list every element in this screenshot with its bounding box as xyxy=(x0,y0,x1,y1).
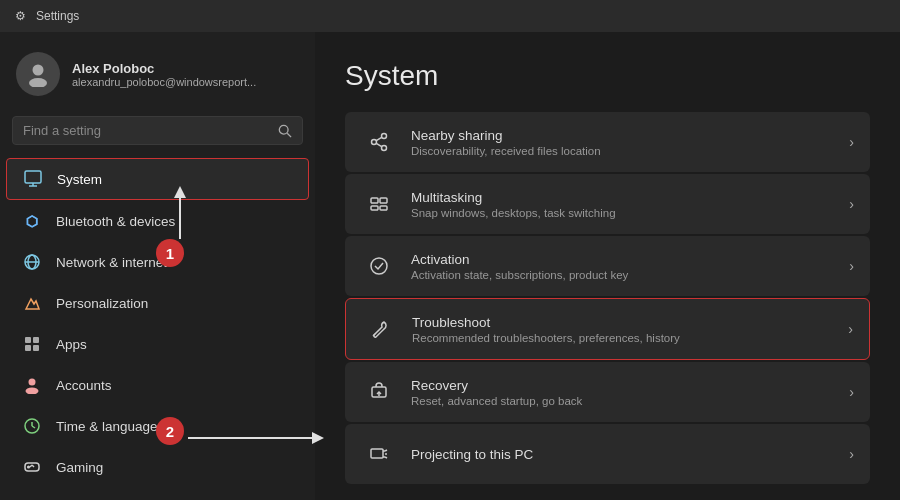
projecting-icon xyxy=(361,436,397,472)
settings-list: Nearby sharingDiscoverability, received … xyxy=(345,112,870,484)
svg-rect-30 xyxy=(380,198,387,203)
accounts-nav-label: Accounts xyxy=(56,378,112,393)
svg-rect-12 xyxy=(33,337,39,343)
projecting-title: Projecting to this PC xyxy=(411,447,849,462)
svg-point-1 xyxy=(29,78,47,87)
recovery-text: RecoveryReset, advanced startup, go back xyxy=(411,378,849,407)
svg-line-34 xyxy=(373,334,375,336)
nearby-sharing-title: Nearby sharing xyxy=(411,128,849,143)
user-email: alexandru_poloboc@windowsreport... xyxy=(72,76,256,88)
bluetooth-nav-icon: ⬡ xyxy=(22,211,42,231)
nearby-sharing-text: Nearby sharingDiscoverability, received … xyxy=(411,128,849,157)
sidebar-item-system[interactable]: System xyxy=(6,158,309,200)
gaming-nav-icon xyxy=(22,457,42,477)
setting-item-activation[interactable]: ActivationActivation state, subscription… xyxy=(345,236,870,296)
setting-item-troubleshoot[interactable]: TroubleshootRecommended troubleshooters,… xyxy=(345,298,870,360)
sidebar-item-time[interactable]: Time & language xyxy=(6,406,309,446)
projecting-chevron-icon: › xyxy=(849,446,854,462)
troubleshoot-chevron-icon: › xyxy=(848,321,853,337)
svg-line-19 xyxy=(32,426,35,428)
content-area: System Nearby sharingDiscoverability, re… xyxy=(315,32,900,500)
activation-description: Activation state, subscriptions, product… xyxy=(411,269,849,281)
main-layout: Alex Poloboc alexandru_poloboc@windowsre… xyxy=(0,32,900,500)
activation-chevron-icon: › xyxy=(849,258,854,274)
troubleshoot-text: TroubleshootRecommended troubleshooters,… xyxy=(412,315,848,344)
svg-point-25 xyxy=(382,146,387,151)
recovery-chevron-icon: › xyxy=(849,384,854,400)
setting-item-recovery[interactable]: RecoveryReset, advanced startup, go back… xyxy=(345,362,870,422)
multitasking-description: Snap windows, desktops, task switching xyxy=(411,207,849,219)
page-title: System xyxy=(345,60,870,92)
personalization-nav-label: Personalization xyxy=(56,296,148,311)
setting-item-multitasking[interactable]: MultitaskingSnap windows, desktops, task… xyxy=(345,174,870,234)
apps-nav-icon xyxy=(22,334,42,354)
system-nav-label: System xyxy=(57,172,102,187)
svg-rect-14 xyxy=(33,345,39,351)
accounts-nav-icon xyxy=(22,375,42,395)
svg-point-15 xyxy=(29,379,36,386)
activation-icon xyxy=(361,248,397,284)
search-icon xyxy=(278,124,292,138)
search-bar[interactable] xyxy=(12,116,303,145)
svg-point-0 xyxy=(33,65,44,76)
svg-point-2 xyxy=(279,125,288,134)
troubleshoot-description: Recommended troubleshooters, preferences… xyxy=(412,332,848,344)
recovery-icon xyxy=(361,374,397,410)
multitasking-chevron-icon: › xyxy=(849,196,854,212)
apps-nav-label: Apps xyxy=(56,337,87,352)
sidebar-item-apps[interactable]: Apps xyxy=(6,324,309,364)
svg-rect-13 xyxy=(25,345,31,351)
svg-point-24 xyxy=(382,134,387,139)
time-nav-label: Time & language xyxy=(56,419,158,434)
svg-rect-31 xyxy=(371,206,378,210)
svg-line-21 xyxy=(30,465,32,467)
troubleshoot-icon xyxy=(362,311,398,347)
svg-line-22 xyxy=(32,465,34,467)
svg-line-28 xyxy=(376,143,381,146)
svg-rect-32 xyxy=(380,206,387,210)
bluetooth-nav-label: Bluetooth & devices xyxy=(56,214,175,229)
sidebar-item-bluetooth[interactable]: ⬡ Bluetooth & devices xyxy=(6,201,309,241)
svg-rect-37 xyxy=(371,449,383,458)
sidebar-item-personalization[interactable]: Personalization xyxy=(6,283,309,323)
sidebar-item-network[interactable]: Network & internet xyxy=(6,242,309,282)
network-nav-label: Network & internet xyxy=(56,255,167,270)
svg-rect-29 xyxy=(371,198,378,203)
svg-point-16 xyxy=(26,388,39,395)
search-input[interactable] xyxy=(23,123,270,138)
svg-line-38 xyxy=(385,450,387,451)
nav-items: System ⬡ Bluetooth & devices Network & i… xyxy=(0,157,315,488)
nearby-sharing-chevron-icon: › xyxy=(849,134,854,150)
user-profile[interactable]: Alex Poloboc alexandru_poloboc@windowsre… xyxy=(0,32,315,112)
title-bar-label: Settings xyxy=(36,9,79,23)
avatar xyxy=(16,52,60,96)
svg-line-40 xyxy=(385,457,387,458)
setting-item-projecting[interactable]: Projecting to this PC› xyxy=(345,424,870,484)
sidebar-item-gaming[interactable]: Gaming xyxy=(6,447,309,487)
title-bar: ⚙ Settings xyxy=(0,0,900,32)
time-nav-icon xyxy=(22,416,42,436)
personalization-nav-icon xyxy=(22,293,42,313)
activation-title: Activation xyxy=(411,252,849,267)
nearby-sharing-icon xyxy=(361,124,397,160)
recovery-title: Recovery xyxy=(411,378,849,393)
network-nav-icon xyxy=(22,252,42,272)
user-name: Alex Poloboc xyxy=(72,61,256,76)
svg-rect-11 xyxy=(25,337,31,343)
activation-text: ActivationActivation state, subscription… xyxy=(411,252,849,281)
svg-line-3 xyxy=(287,133,291,137)
system-nav-icon xyxy=(23,169,43,189)
svg-point-26 xyxy=(372,140,377,145)
setting-item-nearby-sharing[interactable]: Nearby sharingDiscoverability, received … xyxy=(345,112,870,172)
multitasking-icon xyxy=(361,186,397,222)
recovery-description: Reset, advanced startup, go back xyxy=(411,395,849,407)
svg-point-33 xyxy=(371,258,387,274)
multitasking-text: MultitaskingSnap windows, desktops, task… xyxy=(411,190,849,219)
settings-title-icon: ⚙ xyxy=(12,8,28,24)
nearby-sharing-description: Discoverability, received files location xyxy=(411,145,849,157)
svg-text:⬡: ⬡ xyxy=(26,213,38,229)
svg-point-23 xyxy=(28,466,30,468)
sidebar-item-accounts[interactable]: Accounts xyxy=(6,365,309,405)
svg-rect-4 xyxy=(25,171,41,183)
projecting-text: Projecting to this PC xyxy=(411,447,849,462)
